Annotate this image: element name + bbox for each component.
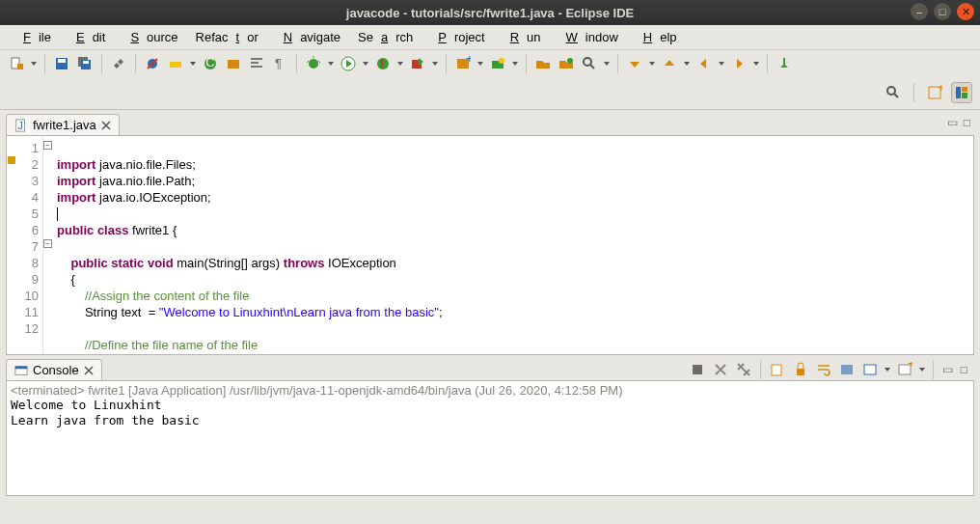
window-close-button[interactable]: ✕	[957, 3, 974, 20]
open-folder-icon[interactable]	[532, 53, 554, 74]
scroll-lock-icon[interactable]	[790, 359, 811, 380]
next-annotation-icon[interactable]	[624, 53, 645, 74]
search-icon[interactable]	[579, 53, 600, 74]
coverage-dropdown[interactable]	[395, 53, 405, 74]
new-project-dropdown[interactable]	[476, 53, 485, 74]
menu-run[interactable]: Run	[495, 27, 549, 47]
window-title: javacode - tutorials/src/fwrite1.java - …	[346, 6, 634, 20]
close-console-icon[interactable]	[84, 366, 94, 375]
back-dropdown[interactable]	[717, 53, 726, 74]
pin-console-icon[interactable]	[836, 359, 858, 380]
open-console-icon[interactable]: +	[894, 359, 915, 380]
pilcrow-icon[interactable]: ¶	[269, 53, 290, 74]
warning-marker-icon	[8, 156, 15, 164]
highlight-icon[interactable]	[165, 53, 186, 74]
remove-launch-icon[interactable]	[710, 359, 731, 380]
menu-file[interactable]: File	[8, 27, 59, 47]
svg-line-27	[894, 94, 898, 97]
java-perspective-icon[interactable]	[951, 82, 972, 103]
svg-point-26	[887, 87, 895, 95]
format-icon[interactable]	[246, 53, 267, 74]
prev-annotation-icon[interactable]	[659, 53, 680, 74]
close-tab-icon[interactable]	[101, 121, 111, 130]
editor-minimize-icon[interactable]: ▭	[947, 116, 958, 129]
svg-text:+: +	[466, 56, 471, 66]
open-type-icon[interactable]	[556, 53, 577, 74]
prev-ann-dropdown[interactable]	[682, 53, 692, 74]
save-icon[interactable]	[51, 53, 72, 74]
display-console-icon[interactable]	[859, 359, 881, 380]
line-gutter: − − 1 2 3 4 5 6 7 8 9 10 11 12	[7, 136, 43, 354]
console-icon	[14, 364, 28, 377]
save-all-icon[interactable]	[74, 53, 95, 74]
new-folder-icon[interactable]	[487, 53, 508, 74]
pin-icon[interactable]	[774, 53, 795, 74]
menu-source[interactable]: Source	[115, 27, 185, 47]
menu-edit[interactable]: Edit	[61, 27, 113, 47]
code-editor[interactable]: − − 1 2 3 4 5 6 7 8 9 10 11 12 import ja…	[6, 135, 974, 355]
skip-breakpoints-icon[interactable]	[142, 53, 163, 74]
svg-point-22	[499, 58, 504, 64]
svg-rect-40	[841, 365, 853, 374]
run-icon[interactable]	[338, 53, 359, 74]
new-dropdown[interactable]	[29, 53, 39, 74]
svg-point-24	[584, 58, 591, 66]
console-area: Console + ▭ □ <terminated> fwrite1 [Java…	[0, 355, 980, 502]
console-tab-label: Console	[33, 363, 79, 377]
menu-search[interactable]: Search	[350, 27, 421, 47]
debug-dropdown[interactable]	[326, 53, 336, 74]
svg-rect-39	[797, 369, 804, 375]
window-minimize-button[interactable]: –	[911, 3, 928, 20]
new-package-icon[interactable]	[223, 53, 244, 74]
svg-rect-38	[772, 365, 781, 375]
console-line: Welcome to Linuxhint	[11, 398, 969, 413]
svg-rect-30	[956, 87, 961, 98]
external-run-icon[interactable]	[407, 53, 428, 74]
console-line: Learn java from the basic	[11, 413, 969, 428]
console-maximize-icon[interactable]: □	[958, 363, 970, 376]
new-icon[interactable]	[6, 53, 27, 74]
svg-point-23	[567, 58, 573, 64]
editor-tab-fwrite1[interactable]: J fwrite1.java	[6, 114, 120, 135]
menu-refactor[interactable]: Refactor	[188, 27, 266, 47]
coverage-icon[interactable]	[372, 53, 394, 74]
menu-navigate[interactable]: Navigate	[268, 27, 348, 47]
console-minimize-icon[interactable]: ▭	[939, 363, 956, 376]
run-dropdown[interactable]	[361, 53, 370, 74]
terminate-icon[interactable]	[687, 359, 708, 380]
remove-all-icon[interactable]	[733, 359, 754, 380]
new-folder-dropdown[interactable]	[510, 53, 520, 74]
svg-line-25	[590, 65, 594, 69]
editor-area: J fwrite1.java ▭ □ − − 1 2 3 4 5 6 7 8 9…	[0, 110, 980, 355]
quick-access-icon[interactable]	[883, 82, 904, 103]
link-icon[interactable]	[108, 53, 129, 74]
svg-rect-31	[962, 87, 967, 92]
new-class-icon[interactable]: C	[200, 53, 221, 74]
back-icon[interactable]	[694, 53, 715, 74]
word-wrap-icon[interactable]	[813, 359, 834, 380]
display-dropdown[interactable]	[883, 359, 892, 380]
forward-icon[interactable]	[728, 53, 749, 74]
console-output[interactable]: <terminated> fwrite1 [Java Application] …	[6, 380, 974, 496]
clear-console-icon[interactable]	[767, 359, 788, 380]
window-maximize-button[interactable]: □	[934, 3, 951, 20]
forward-dropdown[interactable]	[751, 53, 761, 74]
svg-rect-1	[17, 64, 23, 69]
editor-tab-label: fwrite1.java	[33, 118, 96, 132]
open-console-dropdown[interactable]	[917, 359, 927, 380]
svg-text:+: +	[908, 362, 912, 371]
new-project-icon[interactable]: +	[452, 53, 474, 74]
external-run-dropdown[interactable]	[430, 53, 440, 74]
editor-maximize-icon[interactable]: □	[964, 116, 970, 129]
code-content[interactable]: import java.nio.file.Files; import java.…	[43, 136, 973, 354]
svg-rect-41	[864, 365, 876, 374]
debug-icon[interactable]	[303, 53, 324, 74]
open-perspective-icon[interactable]: +	[924, 82, 945, 103]
menu-window[interactable]: Window	[551, 27, 626, 47]
menu-project[interactable]: Project	[422, 27, 492, 47]
next-ann-dropdown[interactable]	[647, 53, 657, 74]
highlight-dropdown[interactable]	[188, 53, 198, 74]
menu-help[interactable]: Help	[628, 27, 685, 47]
console-tab[interactable]: Console	[6, 359, 102, 380]
search-dropdown[interactable]	[602, 53, 612, 74]
